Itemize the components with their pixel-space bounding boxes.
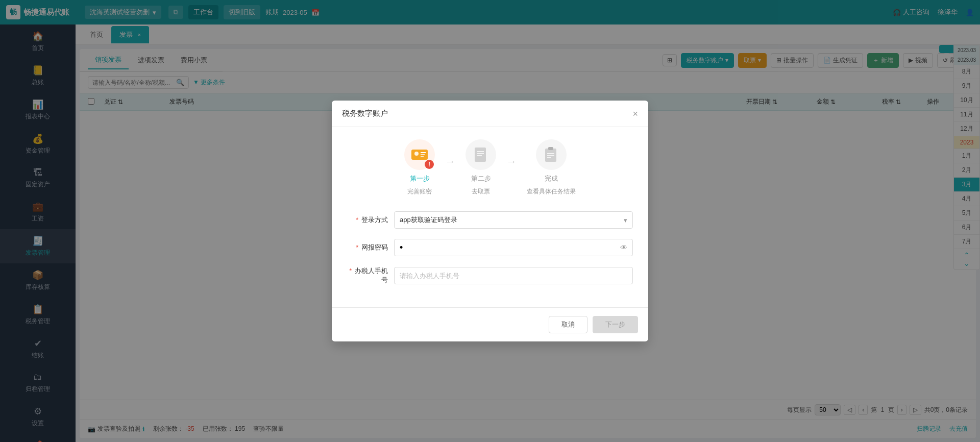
svg-point-1 bbox=[414, 152, 419, 156]
step-2: 第二步 去取票 bbox=[465, 139, 496, 196]
svg-rect-5 bbox=[475, 148, 486, 162]
eye-icon[interactable]: 👁 bbox=[620, 243, 627, 252]
required-star: * bbox=[356, 243, 358, 251]
step-1-label: 第一步 bbox=[410, 174, 430, 183]
password-row: * 网报密码 👁 bbox=[347, 239, 633, 256]
step-3-icon-wrap bbox=[536, 139, 567, 170]
password-input-wrap: 👁 bbox=[394, 239, 633, 256]
cancel-button[interactable]: 取消 bbox=[549, 316, 587, 333]
modal-title: 税务数字账户 bbox=[342, 109, 388, 118]
modal-form: * 登录方式 app获取验证码登录 ▾ * 网报密码 bbox=[347, 211, 633, 285]
step-1-badge: ! bbox=[425, 160, 434, 169]
svg-rect-10 bbox=[548, 147, 553, 150]
step-2-icon-wrap bbox=[465, 139, 496, 170]
step-2-label: 第二步 bbox=[471, 174, 491, 183]
password-input[interactable] bbox=[400, 242, 620, 253]
arrow-2: → bbox=[506, 156, 517, 180]
phone-row: * 办税人手机号 bbox=[347, 266, 633, 285]
arrow-1: → bbox=[445, 156, 455, 180]
modal: 税务数字账户 × ! bbox=[332, 101, 648, 341]
password-label: * 网报密码 bbox=[347, 243, 388, 252]
required-star: * bbox=[349, 267, 352, 275]
document-icon bbox=[472, 145, 490, 164]
svg-rect-9 bbox=[545, 149, 556, 162]
phone-input[interactable] bbox=[400, 272, 627, 280]
step-3-sublabel: 查看具体任务结果 bbox=[527, 187, 576, 196]
modal-header: 税务数字账户 × bbox=[332, 101, 648, 127]
modal-overlay: 税务数字账户 × ! bbox=[0, 0, 980, 442]
step-3-label: 完成 bbox=[545, 174, 558, 183]
steps-container: ! 第一步 完善账密 → bbox=[347, 139, 633, 196]
modal-footer: 取消 下一步 bbox=[332, 307, 648, 341]
login-method-value: app获取验证码登录 bbox=[400, 215, 457, 225]
svg-rect-0 bbox=[411, 150, 428, 160]
step-3: 完成 查看具体任务结果 bbox=[527, 139, 576, 196]
login-method-label: * 登录方式 bbox=[347, 215, 388, 225]
modal-body: ! 第一步 完善账密 → bbox=[332, 127, 648, 307]
phone-input-wrap bbox=[394, 267, 633, 284]
clipboard-icon bbox=[542, 145, 560, 164]
login-method-select[interactable]: app获取验证码登录 ▾ bbox=[394, 211, 633, 229]
phone-label: * 办税人手机号 bbox=[347, 266, 388, 285]
modal-close-btn[interactable]: × bbox=[632, 109, 638, 118]
step-1-icon-wrap: ! bbox=[404, 139, 435, 170]
required-star: * bbox=[356, 216, 358, 224]
step-1-sublabel: 完善账密 bbox=[407, 187, 432, 196]
step-2-sublabel: 去取票 bbox=[472, 187, 490, 196]
next-button[interactable]: 下一步 bbox=[593, 316, 638, 333]
login-method-row: * 登录方式 app获取验证码登录 ▾ bbox=[347, 211, 633, 229]
step-1: ! 第一步 完善账密 bbox=[404, 139, 435, 196]
chevron-down-icon: ▾ bbox=[624, 216, 627, 224]
